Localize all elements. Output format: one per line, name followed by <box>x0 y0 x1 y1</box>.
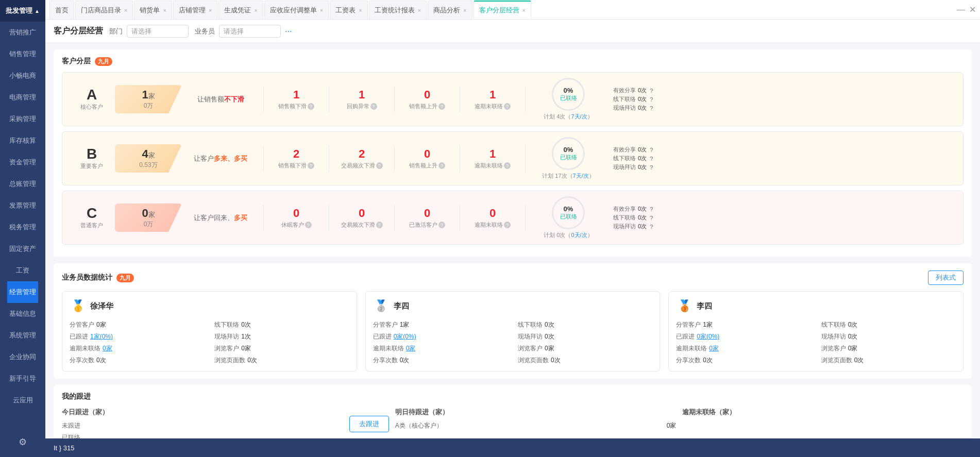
info-icon[interactable]: ? <box>650 156 653 162</box>
sidebar-item-库存核算[interactable]: 库存核算 <box>7 130 38 151</box>
sidebar-item-营销推广[interactable]: 营销推广 <box>7 22 38 43</box>
sidebar-item-电商管理[interactable]: 电商管理 <box>7 87 38 108</box>
tab-门店商品目录[interactable]: 门店商品目录× <box>75 1 133 19</box>
divider <box>329 87 329 112</box>
dept-label: 部门 <box>109 27 123 36</box>
staff-stat: 已跟进 0家(0%) <box>373 332 508 341</box>
info-icon[interactable]: ? <box>305 222 312 228</box>
info-icon[interactable]: ? <box>376 222 383 228</box>
today-not-followed: 未跟进 <box>62 420 343 432</box>
customer-section: 客户分层 九月 A 核心客户 1家 0万 让销售额不下滑 1 销售额下滑 ? <box>54 49 972 257</box>
divider <box>525 205 526 231</box>
tab-close-生成凭证[interactable]: × <box>254 7 257 13</box>
info-icon[interactable]: ? <box>504 222 511 228</box>
tab-close-工资统计报表[interactable]: × <box>418 7 421 13</box>
tab-window-minimize[interactable]: — <box>957 5 965 14</box>
tab-close-门店商品目录[interactable]: × <box>124 7 127 13</box>
tab-close-工资表[interactable]: × <box>359 7 362 13</box>
tab-window-close[interactable]: ✕ <box>969 5 976 14</box>
staff-section-title: 业务员数据统计 九月 <box>62 273 134 282</box>
sidebar-item-经营管理[interactable]: 经营管理 <box>7 281 38 303</box>
tab-店铺管理[interactable]: 店铺管理× <box>173 1 217 19</box>
info-icon[interactable]: ? <box>308 103 314 110</box>
info-icon[interactable]: ? <box>650 224 653 230</box>
tab-工资表[interactable]: 工资表× <box>330 1 367 19</box>
sidebar-item-采购管理[interactable]: 采购管理 <box>7 108 38 130</box>
tier-suggest: 让销售额不下滑 <box>182 95 259 104</box>
info-icon[interactable]: ? <box>650 164 653 171</box>
tier-right-stats: 有效分享 0次 ? 线下联络 0次 ? 现场拜访 0次 ? <box>607 146 957 171</box>
sidebar-collapse-icon[interactable]: ▲ <box>35 8 40 14</box>
info-icon[interactable]: ? <box>308 162 314 169</box>
right-stat: 现场拜访 0次 ? <box>613 163 957 171</box>
info-icon[interactable]: ? <box>370 103 377 110</box>
info-icon[interactable]: ? <box>650 215 653 221</box>
divider <box>329 205 329 231</box>
info-icon[interactable]: ? <box>438 162 445 169</box>
sidebar-item-固定资产[interactable]: 固定资产 <box>7 238 38 260</box>
staff-name: 李四 <box>697 301 712 311</box>
tab-应收应付调整单[interactable]: 应收应付调整单× <box>264 1 329 19</box>
tier-count: 0家 0万 <box>115 204 182 232</box>
info-icon[interactable]: ? <box>650 88 653 94</box>
sidebar-header[interactable]: 批发管理 ▲ <box>0 0 45 22</box>
sidebar-header-label: 批发管理 <box>6 6 32 15</box>
tab-close-客户分层经营[interactable]: × <box>522 7 526 13</box>
divider <box>394 87 395 112</box>
tab-label: 商品分析 <box>433 6 460 15</box>
staff-stat: 分享次数 0次 <box>373 356 508 365</box>
dept-select[interactable]: 请选择 <box>127 25 189 38</box>
staff-section: 业务员数据统计 九月 列表式 🥇 徐泽华 分管客户 0家 线下联络 0次 已跟进… <box>54 263 972 379</box>
info-icon[interactable]: ? <box>650 105 653 111</box>
tab-工资统计报表[interactable]: 工资统计报表× <box>369 1 427 19</box>
divider <box>460 146 460 172</box>
tab-销货单[interactable]: 销货单× <box>134 1 172 19</box>
go-follow-button[interactable]: 去跟进 <box>349 416 389 432</box>
tab-生成凭证[interactable]: 生成凭证× <box>218 1 263 19</box>
staff-grid: 🥇 徐泽华 分管客户 0家 线下联络 0次 已跟进 1家(0%) 现场拜访 1次… <box>62 291 964 371</box>
info-icon[interactable]: ? <box>438 222 445 228</box>
staff-card-header: 🥈 李四 <box>373 298 653 314</box>
today-contacted: 已联络 <box>62 432 343 438</box>
gear-icon[interactable]: ⚙ <box>14 432 31 452</box>
info-icon[interactable]: ? <box>504 103 511 110</box>
follow-btn-col: 去跟进 <box>349 408 389 432</box>
tab-客户分层经营[interactable]: 客户分层经营× <box>474 1 531 19</box>
sidebar-item-总账管理[interactable]: 总账管理 <box>7 173 38 195</box>
sidebar-item-工资[interactable]: 工资 <box>7 260 38 281</box>
tab-close-商品分析[interactable]: × <box>463 7 466 13</box>
staff-stat: 浏览客户 0家 <box>214 344 349 353</box>
info-icon[interactable]: ? <box>650 206 653 212</box>
sidebar-item-销售管理[interactable]: 销售管理 <box>7 43 38 65</box>
info-icon[interactable]: ? <box>650 147 653 153</box>
info-icon[interactable]: ? <box>504 162 511 169</box>
tab-close-店铺管理[interactable]: × <box>209 7 212 13</box>
tab-close-销货单[interactable]: × <box>163 7 166 13</box>
divider <box>460 87 460 112</box>
info-icon[interactable]: ? <box>650 96 653 103</box>
staff-stat: 现场拜访 1次 <box>214 332 349 341</box>
sidebar-item-云应用[interactable]: 云应用 <box>7 390 38 411</box>
sidebar-item-基础信息[interactable]: 基础信息 <box>7 303 38 325</box>
tab-label: 生成凭证 <box>224 6 251 15</box>
sidebar-item-系统管理[interactable]: 系统管理 <box>7 325 38 346</box>
sidebar-item-资金管理[interactable]: 资金管理 <box>7 151 38 173</box>
sidebar-item-企业协同[interactable]: 企业协同 <box>7 346 38 368</box>
sidebar-item-发票管理[interactable]: 发票管理 <box>7 195 38 216</box>
staff-select[interactable]: 请选择 <box>219 25 281 38</box>
tab-close-应收应付调整单[interactable]: × <box>320 7 323 13</box>
staff-card-2: 🥉 李四 分管客户 1家 线下联络 0次 已跟进 0家(0%) 现场拜访 0次 … <box>668 291 964 371</box>
tab-首页[interactable]: 首页 <box>49 1 74 19</box>
tier-suggest: 让客户多来、多买 <box>182 154 259 163</box>
staff-stat: 线下联络 0次 <box>821 320 956 329</box>
sidebar-item-税务管理[interactable]: 税务管理 <box>7 216 38 238</box>
info-icon[interactable]: ? <box>376 162 383 169</box>
sidebar-item-新手引导[interactable]: 新手引导 <box>7 368 38 390</box>
info-icon[interactable]: ? <box>438 103 445 110</box>
list-view-button[interactable]: 列表式 <box>928 270 964 285</box>
tab-label: 客户分层经营 <box>479 6 519 15</box>
more-options-icon[interactable]: ··· <box>285 27 292 36</box>
tab-商品分析[interactable]: 商品分析× <box>428 1 472 19</box>
staff-stats: 分管客户 0家 线下联络 0次 已跟进 1家(0%) 现场拜访 1次 逾期未联络… <box>70 320 349 365</box>
sidebar-item-小畅电商[interactable]: 小畅电商 <box>7 65 38 87</box>
